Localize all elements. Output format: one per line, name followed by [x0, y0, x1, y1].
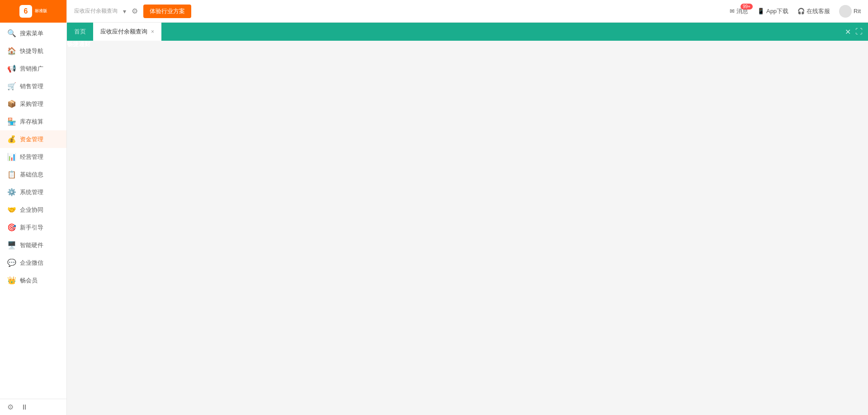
username: Rit	[854, 8, 861, 14]
sidebar-item-member[interactable]: 👑 畅会员	[0, 272, 66, 289]
sales-icon: 🛒	[7, 82, 16, 91]
download-icon: 📱	[757, 8, 764, 14]
avatar	[839, 5, 852, 18]
close-window-icon[interactable]: ✕	[845, 28, 851, 36]
sidebar-menu: 🔍 搜索菜单 🏠 快捷导航 📢 营销推广 🛒 销售管理 📦 采购管理 🏪 库存核…	[0, 23, 66, 399]
header-actions: ✉ 消息 99+ 📱 App下载 🎧 在线客服 Rit	[730, 5, 861, 18]
breadcrumb-dropdown-icon[interactable]: ▾	[123, 8, 126, 15]
sidebar-item-quicknav[interactable]: 🏠 快捷导航	[0, 42, 66, 60]
sidebar-item-system[interactable]: ⚙️ 系统管理	[0, 183, 66, 201]
sidebar-item-operations[interactable]: 📊 经营管理	[0, 148, 66, 166]
sidebar-item-baseinfo[interactable]: 📋 基础信息	[0, 166, 66, 183]
sidebar-item-hardware[interactable]: 🖥️ 智能硬件	[0, 236, 66, 254]
sidebar-item-wechat[interactable]: 💬 企业微信	[0, 254, 66, 272]
message-button[interactable]: ✉ 消息 99+	[730, 7, 748, 15]
collapse-icon[interactable]: ⏸	[21, 403, 28, 411]
promo-button[interactable]: 体验行业方案	[143, 5, 191, 18]
wechat-icon: 💬	[7, 258, 16, 267]
sidebar-item-enterprise[interactable]: 🤝 企业协同	[0, 201, 66, 219]
tabbar: 首页 应收应付余额查询 × ✕ ⛶	[67, 23, 868, 41]
sidebar-item-finance[interactable]: 💰 资金管理	[0, 130, 66, 148]
header-gear-icon[interactable]: ⚙	[132, 7, 138, 15]
settings-bottom-icon[interactable]: ⚙	[7, 403, 14, 411]
sidebar-item-search[interactable]: 🔍 搜索菜单	[0, 24, 66, 42]
baseinfo-icon: 📋	[7, 170, 16, 179]
breadcrumb: 应收应付余额查询	[74, 7, 118, 15]
hardware-icon: 🖥️	[7, 241, 16, 249]
tab-home[interactable]: 首页	[67, 23, 93, 41]
home-icon: 🏠	[7, 47, 16, 55]
sidebar-bottom: ⚙ ⏸	[0, 399, 66, 415]
message-badge: 99+	[741, 4, 753, 10]
search-icon: 🔍	[7, 29, 16, 38]
sidebar-item-marketing[interactable]: 📢 营销推广	[0, 60, 66, 77]
logo-icon: 6	[19, 5, 32, 18]
logo-text: 畅捷通财 标准版	[35, 9, 47, 14]
tab-receivable-query[interactable]: 应收应付余额查询 ×	[93, 23, 161, 41]
user-avatar-area[interactable]: Rit	[839, 5, 861, 18]
online-service-button[interactable]: 🎧 在线客服	[797, 7, 830, 15]
purchase-icon: 📦	[7, 100, 16, 108]
app-download-button[interactable]: 📱 App下载	[757, 7, 788, 15]
sidebar-item-guide[interactable]: 🎯 新手引导	[0, 219, 66, 236]
sidebar-item-purchase[interactable]: 📦 采购管理	[0, 95, 66, 113]
sidebar-logo: 6 畅捷通财 标准版	[0, 0, 66, 23]
message-icon: ✉	[730, 8, 735, 14]
sidebar: 6 畅捷通财 标准版 🔍 搜索菜单 🏠 快捷导航 📢 营销推广 🛒 销售管理 📦…	[0, 0, 67, 415]
system-icon: ⚙️	[7, 188, 16, 196]
guide-icon: 🎯	[7, 223, 16, 232]
sidebar-item-sales[interactable]: 🛒 销售管理	[0, 77, 66, 95]
finance-icon: 💰	[7, 135, 16, 143]
maximize-icon[interactable]: ⛶	[855, 28, 863, 36]
inventory-icon: 🏪	[7, 117, 16, 126]
window-buttons: ✕ ⛶	[845, 28, 868, 36]
operations-icon: 📊	[7, 153, 16, 161]
sidebar-item-inventory[interactable]: 🏪 库存核算	[0, 113, 66, 130]
header: 应收应付余额查询 ▾ ⚙ 体验行业方案 ✉ 消息 99+ 📱 App下载 🎧 在…	[67, 0, 868, 23]
enterprise-icon: 🤝	[7, 205, 16, 214]
tab-close-icon[interactable]: ×	[151, 29, 154, 35]
marketing-icon: 📢	[7, 64, 16, 73]
service-icon: 🎧	[797, 8, 805, 14]
member-icon: 👑	[7, 276, 16, 285]
